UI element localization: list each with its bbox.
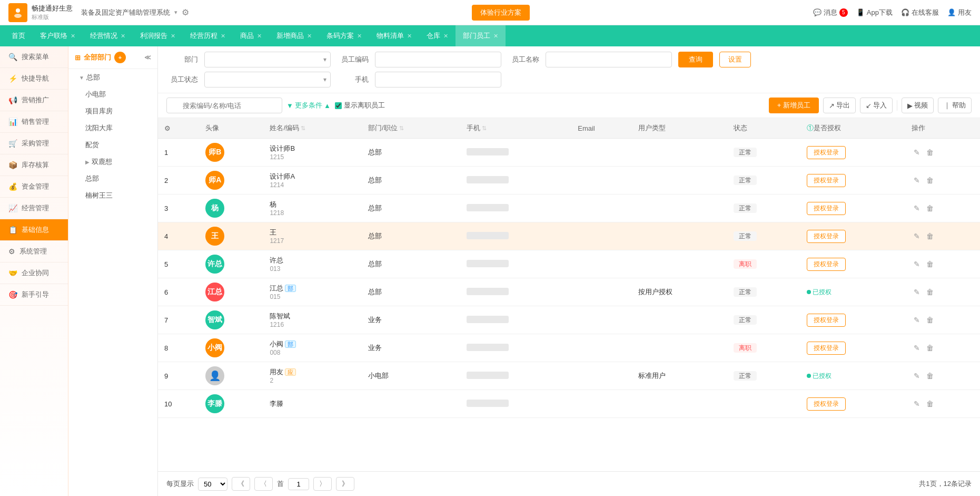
dept-tree-item-shuanglu[interactable]: ▶ 双鹿想: [68, 153, 157, 170]
close-icon[interactable]: ✕: [171, 33, 175, 40]
th-dept[interactable]: 部门/职位: [362, 118, 460, 139]
dept-tree-total[interactable]: ▼ 总部: [68, 69, 157, 86]
page-number-input[interactable]: [288, 478, 309, 490]
th-phone[interactable]: 手机: [460, 118, 572, 139]
edit-btn[interactable]: ✎: [912, 316, 922, 324]
filter-more-btn[interactable]: ▼ 更多条件 ▲: [286, 101, 331, 110]
dept-tree-item-zongbu[interactable]: 总部: [68, 170, 157, 187]
search-input[interactable]: [166, 98, 282, 113]
auth-login-btn[interactable]: 授权登录: [807, 174, 846, 187]
sidebar-item-basicinfo[interactable]: 📋 基础信息: [0, 219, 68, 241]
sidebar-item-purchase[interactable]: 🛒 采购管理: [0, 133, 68, 154]
sidebar-item-sales[interactable]: 📊 销售管理: [0, 111, 68, 133]
sidebar-item-inventory[interactable]: 📦 库存核算: [0, 154, 68, 176]
per-page-select[interactable]: 50 20 100: [198, 478, 227, 491]
nav-tab-dept-staff[interactable]: 部门员工 ✕: [456, 25, 506, 46]
close-icon[interactable]: ✕: [221, 33, 225, 40]
close-icon[interactable]: ✕: [357, 33, 362, 40]
nav-tab-warehouse[interactable]: 仓库 ✕: [419, 25, 456, 46]
auth-login-btn[interactable]: 授权登录: [807, 314, 846, 327]
nav-tab-customer[interactable]: 客户联络 ✕: [33, 25, 83, 46]
prev-page-btn[interactable]: 〈: [254, 477, 273, 491]
auth-login-btn[interactable]: 授权登录: [807, 258, 846, 271]
nav-tab-history[interactable]: 经营历程 ✕: [183, 25, 233, 46]
sidebar-item-finance[interactable]: 💰 资金管理: [0, 176, 68, 198]
sidebar-item-marketing[interactable]: 📢 营销推广: [0, 90, 68, 111]
help-btn[interactable]: ｜ 帮助: [938, 98, 972, 113]
dept-tree-item-xiangmu[interactable]: 项目库房: [68, 103, 157, 120]
close-icon[interactable]: ✕: [443, 33, 448, 40]
settings-icon[interactable]: ⚙: [182, 7, 189, 17]
auth-login-btn[interactable]: 授权登录: [807, 230, 846, 243]
filter-reset-btn[interactable]: 设置: [719, 52, 751, 67]
delete-btn[interactable]: 🗑: [924, 204, 936, 212]
dept-tree-item-nanshu[interactable]: 楠树王三: [68, 187, 157, 204]
edit-btn[interactable]: ✎: [912, 400, 922, 408]
close-icon[interactable]: ✕: [407, 33, 412, 40]
delete-btn[interactable]: 🗑: [924, 400, 936, 408]
nav-tab-goods[interactable]: 商品 ✕: [233, 25, 269, 46]
next-page-btn[interactable]: 〉: [313, 477, 332, 491]
delete-btn[interactable]: 🗑: [924, 372, 936, 380]
sidebar-item-search[interactable]: 🔍 搜索菜单: [0, 46, 68, 68]
sidebar-item-guide[interactable]: 🎯 新手引导: [0, 284, 68, 306]
edit-btn[interactable]: ✎: [912, 260, 922, 268]
nav-tab-add-goods[interactable]: 新增商品 ✕: [269, 25, 319, 46]
edit-btn[interactable]: ✎: [912, 372, 922, 380]
show-dismissed-label[interactable]: 显示离职员工: [335, 101, 385, 110]
export-btn[interactable]: ↗ 导出: [823, 98, 856, 113]
edit-btn[interactable]: ✎: [912, 232, 922, 240]
delete-btn[interactable]: 🗑: [924, 288, 936, 296]
app-download-btn[interactable]: 📱 App下载: [856, 8, 893, 17]
add-dept-btn[interactable]: +: [114, 52, 126, 63]
show-dismissed-checkbox[interactable]: [335, 102, 342, 109]
close-icon[interactable]: ✕: [121, 33, 125, 40]
th-name[interactable]: 姓名/编码: [263, 118, 362, 139]
trial-button[interactable]: 体验行业方案: [472, 5, 530, 21]
delete-btn[interactable]: 🗑: [924, 260, 936, 268]
sidebar-item-shortcut[interactable]: ⚡ 快捷导航: [0, 68, 68, 90]
first-page-btn[interactable]: 《: [232, 477, 250, 491]
edit-btn[interactable]: ✎: [912, 204, 922, 212]
empstatus-filter-select[interactable]: [204, 72, 331, 87]
close-icon[interactable]: ✕: [307, 33, 312, 40]
user-menu[interactable]: 👤 用友: [947, 8, 972, 17]
delete-btn[interactable]: 🗑: [924, 316, 936, 324]
sidebar-item-bizmanage[interactable]: 📈 经营管理: [0, 198, 68, 219]
view-btn[interactable]: ▶ 视频: [902, 98, 934, 113]
delete-btn[interactable]: 🗑: [924, 232, 936, 240]
empcode-filter-input[interactable]: [375, 52, 501, 67]
sidebar-item-system[interactable]: ⚙ 系统管理: [0, 241, 68, 262]
sidebar-item-collab[interactable]: 🤝 企业协同: [0, 262, 68, 284]
phone-filter-input[interactable]: [375, 72, 501, 87]
nav-tab-home[interactable]: 首页: [4, 25, 33, 46]
add-employee-btn[interactable]: + 新增员工: [769, 98, 819, 113]
auth-login-btn[interactable]: 授权登录: [807, 202, 846, 215]
delete-btn[interactable]: 🗑: [924, 344, 936, 352]
filter-search-btn[interactable]: 查询: [678, 52, 713, 67]
delete-btn[interactable]: 🗑: [924, 176, 936, 184]
message-btn[interactable]: 💬 消息 5: [813, 8, 848, 17]
close-icon[interactable]: ✕: [493, 33, 498, 40]
system-title-dropdown[interactable]: ▾: [174, 9, 177, 16]
edit-btn[interactable]: ✎: [912, 148, 922, 157]
auth-login-btn[interactable]: 授权登录: [807, 146, 846, 159]
empname-filter-input[interactable]: [546, 52, 672, 67]
close-icon[interactable]: ✕: [71, 33, 75, 40]
import-btn[interactable]: ↙ 导入: [860, 98, 893, 113]
nav-tab-profit[interactable]: 利润报告 ✕: [133, 25, 183, 46]
online-service-btn[interactable]: 🎧 在线客服: [901, 8, 939, 17]
edit-btn[interactable]: ✎: [912, 344, 922, 352]
dept-tree-item-shenyang[interactable]: 沈阳大库: [68, 120, 157, 137]
auth-login-btn[interactable]: 授权登录: [807, 397, 846, 411]
edit-btn[interactable]: ✎: [912, 176, 922, 184]
close-icon[interactable]: ✕: [257, 33, 262, 40]
dept-filter-select[interactable]: [204, 52, 331, 67]
edit-btn[interactable]: ✎: [912, 288, 922, 296]
nav-tab-bom[interactable]: 物料清单 ✕: [369, 25, 419, 46]
last-page-btn[interactable]: 》: [336, 477, 354, 491]
nav-tab-operation[interactable]: 经营情况 ✕: [83, 25, 133, 46]
th-settings[interactable]: ⚙: [158, 118, 199, 139]
auth-login-btn[interactable]: 授权登录: [807, 342, 846, 355]
dept-tree-item-xiaodian[interactable]: 小电部: [68, 86, 157, 103]
